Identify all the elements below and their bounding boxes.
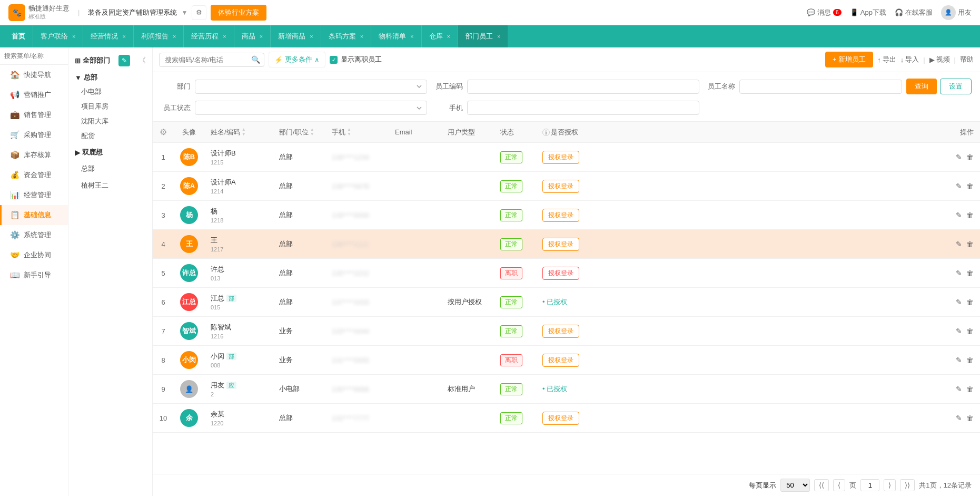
dept-item-zongbu2[interactable]: 总部: [68, 161, 152, 176]
sidebar-item-marketing[interactable]: 📢 营销推广: [0, 85, 68, 105]
close-icon[interactable]: ×: [260, 33, 263, 40]
tab-warehouse[interactable]: 仓库×: [422, 25, 458, 47]
edit-btn[interactable]: ✎: [956, 211, 962, 219]
dept-item-shenyang[interactable]: 沈阳大库: [68, 114, 152, 129]
dept-section-zongbu-title[interactable]: ▼ 总部: [68, 71, 152, 84]
edit-btn[interactable]: ✎: [956, 385, 962, 393]
edit-btn[interactable]: ✎: [956, 298, 962, 306]
help-btn[interactable]: 帮助: [960, 55, 974, 64]
col-settings-icon[interactable]: ⚙: [160, 128, 167, 137]
close-icon[interactable]: ×: [223, 33, 226, 40]
sidebar-item-collab[interactable]: 🤝 企业协同: [0, 245, 68, 265]
auth-btn[interactable]: 授权登录: [542, 412, 579, 425]
delete-btn[interactable]: 🗑: [966, 327, 974, 335]
edit-btn[interactable]: ✎: [956, 327, 962, 335]
delete-btn[interactable]: 🗑: [966, 240, 974, 248]
dept-item-zhishu[interactable]: 植树王二: [68, 178, 152, 193]
auth-btn[interactable]: 授权登录: [542, 209, 579, 222]
dept-collapse-btn[interactable]: 《: [138, 56, 146, 65]
filter-more-btn[interactable]: ⚡ 更多条件 ∧: [269, 52, 325, 67]
query-btn[interactable]: 查询: [906, 79, 937, 94]
page-size-select[interactable]: 50 20 100: [780, 479, 810, 492]
delete-btn[interactable]: 🗑: [966, 356, 974, 364]
tab-profit[interactable]: 利润报告×: [134, 25, 184, 47]
delete-btn[interactable]: 🗑: [966, 385, 974, 393]
sidebar-item-basic[interactable]: 📋 基础信息: [0, 205, 68, 225]
close-icon[interactable]: ×: [410, 33, 413, 40]
close-icon[interactable]: ×: [360, 33, 363, 40]
edit-btn[interactable]: ✎: [956, 414, 962, 422]
dept-item-peihuo[interactable]: 配货: [68, 129, 152, 143]
sidebar-item-shortcuts[interactable]: 🏠 快捷导航: [0, 65, 68, 85]
auth-btn[interactable]: 授权登录: [542, 180, 579, 193]
auth-btn[interactable]: 授权登录: [542, 325, 579, 338]
close-icon[interactable]: ×: [447, 33, 450, 40]
dept-edit-btn[interactable]: ✎: [118, 55, 130, 66]
dept-section-shuanglu-title[interactable]: ▶ 双鹿想: [68, 145, 152, 159]
tab-goods[interactable]: 商品×: [234, 25, 271, 47]
close-icon[interactable]: ×: [173, 33, 176, 40]
video-btn[interactable]: ▶ 视频: [929, 55, 950, 64]
dept-item-xiaodianbu[interactable]: 小电部: [68, 84, 152, 99]
close-icon[interactable]: ×: [497, 33, 500, 40]
page-last-btn[interactable]: ⟩⟩: [900, 479, 915, 491]
dept-all-btn[interactable]: ⊞ 全部部门: [75, 56, 110, 65]
tab-employees[interactable]: 部门员工×: [458, 25, 508, 47]
sidebar-item-purchase[interactable]: 🛒 采购管理: [0, 125, 68, 145]
show-inactive-checkbox[interactable]: ✓: [330, 56, 338, 64]
import-btn[interactable]: ↓ 导入: [900, 55, 919, 64]
tab-new-goods[interactable]: 新增商品×: [271, 25, 321, 47]
auth-btn[interactable]: 授权登录: [542, 151, 579, 164]
tab-bom[interactable]: 物料清单×: [371, 25, 421, 47]
auth-btn[interactable]: 授权登录: [542, 267, 579, 280]
delete-btn[interactable]: 🗑: [966, 269, 974, 277]
sidebar-item-sales[interactable]: 💼 销售管理: [0, 105, 68, 125]
export-btn[interactable]: ↑ 导出: [877, 55, 896, 64]
add-employee-btn[interactable]: + 新增员工: [825, 52, 873, 67]
close-icon[interactable]: ×: [122, 33, 125, 40]
tab-home[interactable]: 首页: [4, 25, 33, 47]
page-next-btn[interactable]: ⟩: [884, 479, 896, 491]
trial-button[interactable]: 体验行业方案: [211, 5, 266, 21]
search-input[interactable]: [159, 53, 264, 67]
phone-filter-input[interactable]: [467, 101, 699, 115]
emp-status-filter-select[interactable]: [195, 101, 427, 115]
edit-btn[interactable]: ✎: [956, 356, 962, 364]
delete-btn[interactable]: 🗑: [966, 414, 974, 422]
message-btn[interactable]: 💬 消息 6: [807, 8, 842, 17]
tab-history[interactable]: 经营历程×: [184, 25, 234, 47]
tab-operation[interactable]: 经营情况×: [83, 25, 133, 47]
delete-btn[interactable]: 🗑: [966, 153, 974, 161]
reset-btn[interactable]: 设置: [940, 79, 972, 94]
app-download-btn[interactable]: 📱 App下载: [850, 8, 886, 17]
col-name-header[interactable]: 姓名/编码 ▲ ▼: [204, 122, 273, 143]
auth-info-icon[interactable]: ℹ: [542, 129, 550, 136]
col-phone-header[interactable]: 手机 ▲ ▼: [325, 122, 389, 143]
close-icon[interactable]: ×: [310, 33, 313, 40]
tab-barcode[interactable]: 条码方案×: [321, 25, 371, 47]
search-btn-icon[interactable]: 🔍: [251, 55, 260, 64]
auth-btn[interactable]: 授权登录: [542, 238, 579, 251]
sidebar-item-system[interactable]: ⚙️ 系统管理: [0, 225, 68, 245]
emp-code-filter-input[interactable]: [467, 80, 699, 94]
tab-customer[interactable]: 客户联络×: [33, 25, 83, 47]
page-first-btn[interactable]: ⟨⟨: [814, 479, 829, 491]
page-number-input[interactable]: [860, 479, 879, 491]
sidebar-item-guide[interactable]: 📖 新手引导: [0, 265, 68, 285]
edit-btn[interactable]: ✎: [956, 240, 962, 248]
sidebar-search-input[interactable]: [4, 52, 68, 60]
edit-btn[interactable]: ✎: [956, 182, 962, 190]
auth-btn[interactable]: 授权登录: [542, 354, 579, 367]
online-service-btn[interactable]: 🎧 在线客服: [895, 8, 933, 17]
emp-name-filter-input[interactable]: [739, 80, 902, 94]
edit-btn[interactable]: ✎: [956, 269, 962, 277]
edit-btn[interactable]: ✎: [956, 153, 962, 161]
settings-btn[interactable]: ⚙: [192, 5, 206, 20]
dept-filter-select[interactable]: [195, 80, 427, 94]
sidebar-item-finance[interactable]: 💰 资金管理: [0, 165, 68, 185]
col-dept-header[interactable]: 部门/职位 ▲ ▼: [273, 122, 325, 143]
page-prev-btn[interactable]: ⟨: [833, 479, 845, 491]
delete-btn[interactable]: 🗑: [966, 298, 974, 306]
close-icon[interactable]: ×: [72, 33, 75, 40]
sidebar-item-operations[interactable]: 📊 经营管理: [0, 185, 68, 205]
